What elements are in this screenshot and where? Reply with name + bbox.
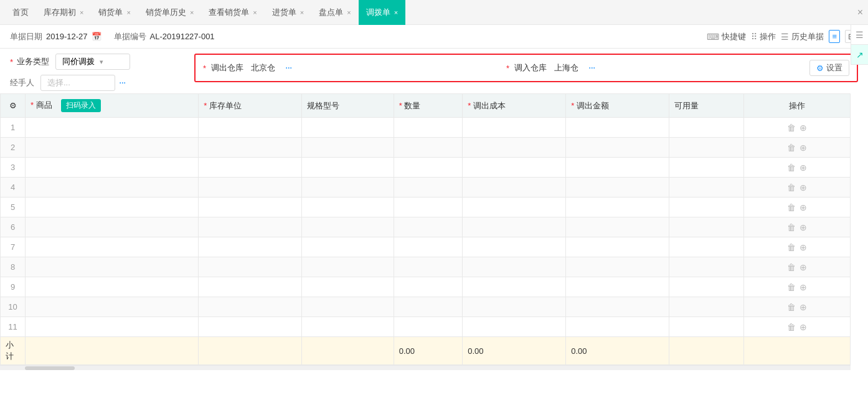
tab-transfer-order[interactable]: 调拨单 × <box>359 0 405 25</box>
cell-goods[interactable] <box>26 257 199 277</box>
warehouse-out-field: * 调出仓库 北京仓 ··· <box>203 62 481 74</box>
warehouse-out-more-btn[interactable]: ··· <box>285 62 291 74</box>
delete-icon[interactable]: 🗑 <box>787 302 796 312</box>
cell-action: 🗑 ⊕ <box>743 317 850 337</box>
cell-cost <box>463 158 566 178</box>
tab-sales-order[interactable]: 销货单 × <box>91 0 138 25</box>
cell-goods[interactable] <box>26 277 199 297</box>
delete-icon[interactable]: 🗑 <box>787 163 796 173</box>
shortcut-btn[interactable]: ⌨ 快捷键 <box>707 31 746 42</box>
cell-goods[interactable] <box>26 217 199 237</box>
tab-view-sales-close[interactable]: × <box>253 9 257 16</box>
cell-available <box>669 158 744 178</box>
tab-purchase-order-close[interactable]: × <box>300 9 304 16</box>
cell-qty <box>394 198 462 217</box>
operation-btn[interactable]: ⠿ 操作 <box>751 31 776 42</box>
copy-icon[interactable]: ⊕ <box>800 262 807 272</box>
cell-goods[interactable] <box>26 138 199 158</box>
delete-icon[interactable]: 🗑 <box>787 222 796 232</box>
copy-icon[interactable]: ⊕ <box>800 282 807 292</box>
tab-transfer-order-close[interactable]: × <box>394 9 398 16</box>
tab-sales-history[interactable]: 销货单历史 × <box>138 0 201 25</box>
business-type-dropdown[interactable]: 同价调拨 ▾ <box>55 54 130 70</box>
tab-inventory-init[interactable]: 库存期初 × <box>36 0 91 25</box>
cell-unit <box>199 317 302 337</box>
row-num: 7 <box>1 237 26 257</box>
view-toggle-list-btn[interactable]: ≡ <box>829 30 840 43</box>
cell-available <box>669 297 744 317</box>
cell-available <box>669 178 744 198</box>
tab-sales-order-close[interactable]: × <box>126 9 130 16</box>
cell-available <box>669 237 744 257</box>
cell-action: 🗑 ⊕ <box>743 138 850 158</box>
cell-cost <box>463 178 566 198</box>
table-settings-header[interactable]: ⚙ <box>1 94 26 118</box>
tab-inventory-check[interactable]: 盘点单 × <box>311 0 358 25</box>
sidebar-expand-icon[interactable]: ↗ <box>851 45 869 65</box>
tab-inventory-check-close[interactable]: × <box>347 9 351 16</box>
cell-goods[interactable] <box>26 237 199 257</box>
copy-icon[interactable]: ⊕ <box>800 242 807 252</box>
cell-amount <box>566 138 669 158</box>
copy-icon[interactable]: ⊕ <box>800 183 807 193</box>
warehouse-in-value[interactable]: 上海仓 <box>554 62 578 74</box>
copy-icon[interactable]: ⊕ <box>800 222 807 232</box>
copy-icon[interactable]: ⊕ <box>800 202 807 212</box>
cell-goods[interactable] <box>26 178 199 198</box>
cell-unit <box>199 217 302 237</box>
cell-goods[interactable] <box>26 158 199 178</box>
tab-sales-history-close[interactable]: × <box>190 9 194 16</box>
cell-goods[interactable] <box>26 118 199 138</box>
delete-icon[interactable]: 🗑 <box>787 202 796 212</box>
cell-amount <box>566 317 669 337</box>
cell-goods[interactable] <box>26 317 199 337</box>
tab-home[interactable]: 首页 <box>5 0 36 25</box>
tab-sales-history-label: 销货单历史 <box>146 7 186 18</box>
delete-icon[interactable]: 🗑 <box>787 262 796 272</box>
sidebar-list-icon[interactable]: ☰ <box>851 25 869 45</box>
history-btn[interactable]: ☰ 历史单据 <box>781 31 824 42</box>
settings-button[interactable]: ⚙ 设置 <box>809 60 849 76</box>
cell-action: 🗑 ⊕ <box>743 178 850 198</box>
cell-action: 🗑 ⊕ <box>743 217 850 237</box>
window-close-button[interactable]: × <box>857 7 863 18</box>
table-row: 4 🗑 ⊕ <box>1 178 851 198</box>
scrollbar-thumb <box>25 366 75 370</box>
copy-icon[interactable]: ⊕ <box>800 143 807 153</box>
th-action: 操作 <box>743 94 850 118</box>
tab-view-sales[interactable]: 查看销货单 × <box>201 0 264 25</box>
cell-unit <box>199 158 302 178</box>
row-num: 1 <box>1 118 26 138</box>
handler-dropdown[interactable]: 选择... <box>40 75 115 91</box>
copy-icon[interactable]: ⊕ <box>800 123 807 133</box>
cell-qty <box>394 158 462 178</box>
row-num: 3 <box>1 158 26 178</box>
table-row: 9 🗑 ⊕ <box>1 277 851 297</box>
horizontal-scrollbar[interactable] <box>0 365 851 370</box>
delete-icon[interactable]: 🗑 <box>787 183 796 193</box>
copy-icon[interactable]: ⊕ <box>800 302 807 312</box>
header-toolbar: 单据日期 2019-12-27 📅 单据编号 AL-20191227-001 ⌨… <box>0 25 868 49</box>
copy-icon[interactable]: ⊕ <box>800 163 807 173</box>
delete-icon[interactable]: 🗑 <box>787 123 796 133</box>
copy-icon[interactable]: ⊕ <box>800 322 807 332</box>
cell-amount <box>566 297 669 317</box>
delete-icon[interactable]: 🗑 <box>787 322 796 332</box>
cell-goods[interactable] <box>26 198 199 217</box>
cell-goods[interactable] <box>26 297 199 317</box>
barcode-btn[interactable]: 扫码录入 <box>61 99 101 112</box>
delete-icon[interactable]: 🗑 <box>787 282 796 292</box>
tab-purchase-order[interactable]: 进货单 × <box>265 0 311 25</box>
cell-action: 🗑 ⊕ <box>743 118 850 138</box>
calendar-icon[interactable]: 📅 <box>92 32 101 41</box>
cell-action: 🗑 ⊕ <box>743 158 850 178</box>
tab-inventory-init-close[interactable]: × <box>80 9 83 16</box>
cell-cost <box>463 297 566 317</box>
warehouse-out-value[interactable]: 北京仓 <box>251 62 275 74</box>
subtotal-action-cell <box>743 337 850 365</box>
warehouse-in-more-btn[interactable]: ··· <box>588 62 595 74</box>
handler-more-btn[interactable]: ··· <box>119 77 125 88</box>
shortcut-icon: ⌨ <box>707 32 719 42</box>
delete-icon[interactable]: 🗑 <box>787 242 796 252</box>
delete-icon[interactable]: 🗑 <box>787 143 796 153</box>
